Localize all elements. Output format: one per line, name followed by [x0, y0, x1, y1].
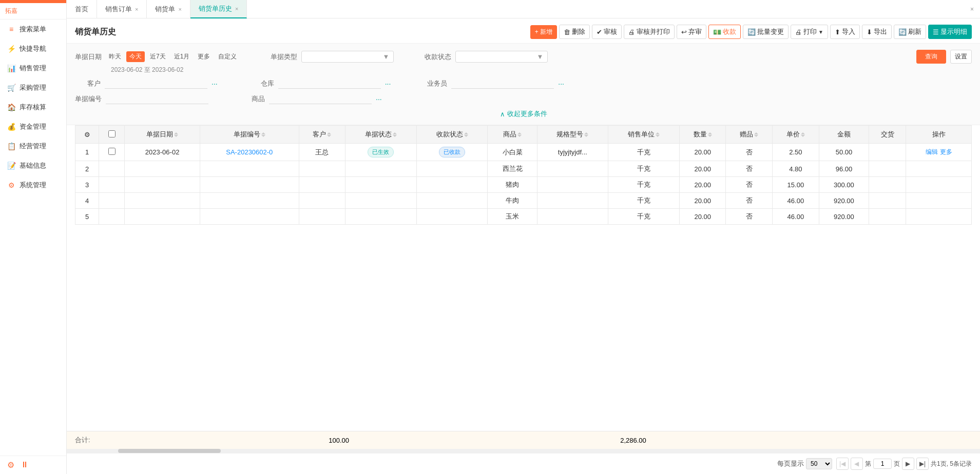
th-doc-no[interactable]: 单据编号 [200, 126, 299, 144]
new-button[interactable]: + 新增 [530, 25, 557, 39]
tab-home[interactable]: 首页 [67, 0, 97, 18]
doc-type-select[interactable]: ▼ [301, 51, 394, 63]
sidebar-item-sales-mgmt[interactable]: 📊 销售管理 [0, 58, 66, 78]
payment-status-select[interactable]: ▼ [455, 51, 548, 63]
shortcut-1month[interactable]: 近1月 [171, 51, 193, 62]
cell-quantity: 20.00 [679, 161, 726, 177]
filter-warehouse: 仓库 ··· [248, 78, 391, 89]
cell-amount: 50.00 [819, 144, 869, 161]
page-first-btn[interactable]: |◀ [836, 458, 849, 470]
cell-actions[interactable] [906, 193, 972, 209]
batch-change-button[interactable]: 🔄 批量变更 [743, 25, 789, 39]
sidebar-settings-icon[interactable]: ⚙ [7, 460, 14, 470]
th-date[interactable]: 单据日期 [125, 126, 200, 144]
sidebar-item-search-menu[interactable]: ≡ 搜索菜单 [0, 19, 66, 39]
goods-input[interactable] [269, 94, 372, 104]
th-goods[interactable]: 商品 [488, 126, 537, 144]
page-size-select[interactable]: 50 100 200 [806, 458, 832, 469]
audit-button[interactable]: ✔ 审核 [592, 25, 622, 39]
page-current-input[interactable] [873, 459, 892, 469]
th-doc-status[interactable]: 单据状态 [345, 126, 417, 144]
th-sales-unit[interactable]: 销售单位 [608, 126, 680, 144]
th-gift[interactable]: 赠品 [726, 126, 773, 144]
cell-actions[interactable] [906, 161, 972, 177]
shortcut-yesterday[interactable]: 昨天 [106, 51, 124, 62]
close-tab-sales-goods[interactable]: × [178, 6, 181, 12]
page-prev-btn[interactable]: ◀ [851, 458, 863, 470]
tab-sales-order[interactable]: 销售订单 × [97, 0, 147, 18]
sidebar-item-operations[interactable]: 📋 经营管理 [0, 136, 66, 156]
settings-filter-button[interactable]: 设置 [950, 50, 972, 64]
collapse-btn[interactable]: ∧ 收起更多条件 [500, 109, 547, 118]
shortcut-custom[interactable]: 自定义 [215, 51, 240, 62]
cell-actions[interactable]: 编辑更多 [906, 144, 972, 161]
th-unit-price[interactable]: 单价 [773, 126, 819, 144]
shortcut-more[interactable]: 更多 [195, 51, 213, 62]
close-tab-sales-history[interactable]: × [235, 6, 238, 12]
th-customer[interactable]: 客户 [299, 126, 345, 144]
cell-gift: 否 [726, 209, 773, 225]
action-btn-更多[interactable]: 更多 [940, 148, 952, 155]
customer-input[interactable] [105, 78, 207, 89]
staff-more-btn[interactable]: ··· [558, 80, 564, 88]
cell-checkbox[interactable] [99, 193, 125, 209]
page-size-control: 每页显示 50 100 200 [777, 458, 832, 469]
cell-doc-no[interactable]: SA-20230602-0 [200, 144, 299, 161]
shortcut-7days[interactable]: 近7天 [147, 51, 169, 62]
export-button[interactable]: ⬇ 导出 [862, 25, 892, 39]
show-detail-button[interactable]: ☰ 显示明细 [928, 25, 972, 39]
cell-quantity: 20.00 [679, 209, 726, 225]
refresh-button[interactable]: 🔄 刷新 [894, 25, 926, 39]
sidebar-item-inventory[interactable]: 🏠 库存核算 [0, 97, 66, 117]
scrollbar-track[interactable] [67, 449, 980, 453]
shortcut-today[interactable]: 今天 [126, 51, 145, 62]
staff-input[interactable] [451, 78, 554, 89]
sidebar-item-system[interactable]: ⚙ 系统管理 [0, 175, 66, 195]
import-button[interactable]: ⬆ 导入 [830, 25, 860, 39]
th-gear[interactable]: ⚙ [75, 126, 99, 144]
page-next-btn[interactable]: ▶ [902, 458, 914, 470]
filter-date: 单据日期 昨天 今天 近7天 近1月 更多 自定义 [75, 51, 240, 62]
sidebar-pause-icon[interactable]: ⏸ [21, 460, 29, 470]
close-tab-sales-order[interactable]: × [135, 6, 138, 12]
close-all-tabs[interactable]: × [964, 6, 980, 13]
gear-icon[interactable]: ⚙ [84, 131, 90, 139]
th-payment-status[interactable]: 收款状态 [416, 126, 488, 144]
cell-seq: 2 [75, 161, 99, 177]
goods-more-btn[interactable]: ··· [376, 95, 382, 103]
collect-button[interactable]: 💵 收款 [708, 25, 741, 39]
cell-actions[interactable] [906, 177, 972, 193]
doc-no-input[interactable] [106, 94, 208, 104]
sidebar-item-quick-nav[interactable]: ⚡ 快捷导航 [0, 39, 66, 58]
doc-no-link[interactable]: SA-20230602-0 [226, 148, 273, 156]
query-button[interactable]: 查询 [916, 50, 946, 64]
cell-checkbox[interactable] [99, 144, 125, 161]
row-checkbox[interactable] [108, 148, 116, 155]
warehouse-input[interactable] [278, 78, 381, 89]
delete-button[interactable]: 🗑 删除 [559, 25, 590, 39]
abandon-button[interactable]: ↩ 弃审 [677, 25, 706, 39]
sidebar-item-finance[interactable]: 💰 资金管理 [0, 117, 66, 136]
main-area: 首页 销售订单 × 销货单 × 销货单历史 × × 销货单历史 + 新增 🗑 删… [67, 0, 980, 474]
cell-checkbox[interactable] [99, 177, 125, 193]
select-all-checkbox[interactable] [108, 130, 116, 137]
th-spec[interactable]: 规格型号 [537, 126, 608, 144]
sidebar-item-basic-info[interactable]: 📝 基础信息 [0, 156, 66, 175]
warehouse-more-btn[interactable]: ··· [385, 80, 391, 88]
filter-action-btns: 查询 设置 [916, 50, 972, 64]
sidebar-item-purchase-mgmt[interactable]: 🛒 采购管理 [0, 78, 66, 97]
action-btn-编辑[interactable]: 编辑 [926, 148, 938, 155]
sort-paymentstatus-icon [464, 132, 468, 137]
tab-sales-goods[interactable]: 销货单 × [147, 0, 190, 18]
print-button[interactable]: 🖨 打印 ▼ [791, 25, 828, 39]
cell-checkbox[interactable] [99, 209, 125, 225]
cell-checkbox[interactable] [99, 161, 125, 177]
date-filter-label: 单据日期 [75, 52, 102, 62]
customer-more-btn[interactable]: ··· [212, 80, 218, 88]
audit-print-button[interactable]: 🖨 审核并打印 [624, 25, 675, 39]
cell-actions[interactable] [906, 209, 972, 225]
th-quantity[interactable]: 数量 [679, 126, 726, 144]
scrollbar-thumb[interactable] [118, 449, 221, 453]
page-last-btn[interactable]: ▶| [916, 458, 929, 470]
tab-sales-history[interactable]: 销货单历史 × [190, 0, 247, 18]
